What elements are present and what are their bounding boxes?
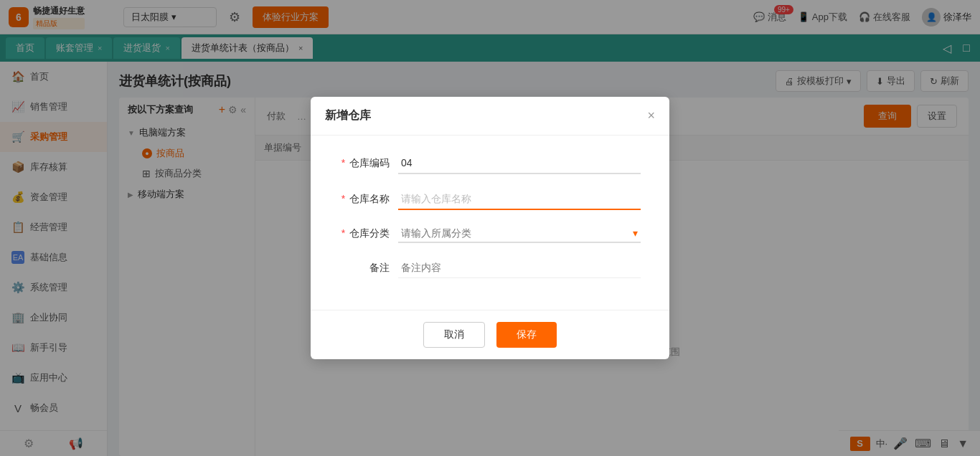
name-label: * 仓库名称 [339,193,390,206]
modal-close-button[interactable]: × [647,108,655,123]
name-input[interactable] [398,189,641,210]
new-warehouse-modal: 新增仓库 × * 仓库编码 * 仓库名称 [311,97,669,359]
required-star-name: * [341,193,345,204]
category-select-wrap[interactable]: ▾ [398,224,641,243]
category-input[interactable] [401,227,633,239]
form-row-code: * 仓库编码 [339,153,641,174]
code-label: * 仓库编码 [339,157,390,170]
note-label: 备注 [339,262,390,275]
save-button[interactable]: 保存 [496,322,557,348]
note-input[interactable] [398,257,641,278]
cancel-button[interactable]: 取消 [423,322,485,348]
required-star-code: * [341,157,345,168]
modal-overlay: 新增仓库 × * 仓库编码 * 仓库名称 [0,0,980,456]
form-row-note: 备注 [339,257,641,278]
modal-body: * 仓库编码 * 仓库名称 * 仓库分类 [311,136,669,310]
modal-header: 新增仓库 × [311,97,669,136]
category-label: * 仓库分类 [339,227,390,240]
category-dropdown-icon: ▾ [633,227,638,239]
form-row-name: * 仓库名称 [339,189,641,210]
code-input[interactable] [398,153,641,174]
modal-title: 新增仓库 [325,108,371,123]
form-row-category: * 仓库分类 ▾ [339,224,641,243]
modal-footer: 取消 保存 [311,310,669,359]
required-star-category: * [341,227,345,239]
